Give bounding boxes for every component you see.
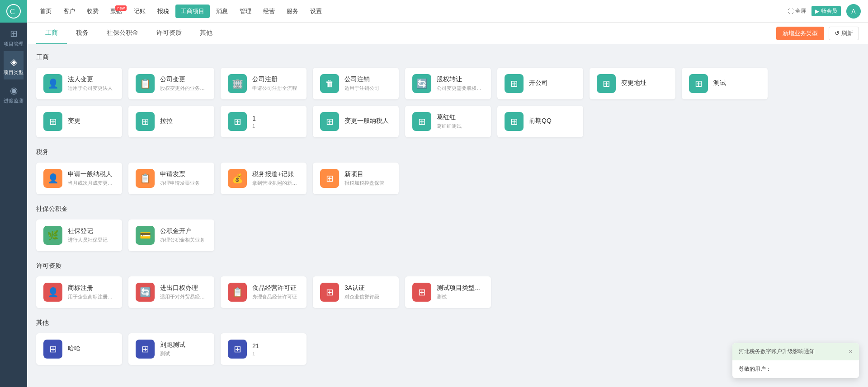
subtab-other[interactable]: 其他	[191, 23, 222, 44]
new-type-button[interactable]: 新增业务类型	[776, 27, 824, 40]
card-haha[interactable]: ⊞哈哈	[36, 333, 122, 365]
notif-close-button[interactable]: ×	[849, 348, 853, 356]
card-test-type-def[interactable]: ⊞测试项目类型目定义测试	[405, 276, 491, 308]
card-icon-tax-report-accounting: 💰	[228, 169, 247, 188]
nav-item-service[interactable]: 服务	[281, 5, 304, 18]
card-qianqi-qq[interactable]: ⊞前期QQ	[497, 106, 583, 137]
card-change-address[interactable]: ⊞变更地址	[590, 68, 675, 99]
card-title-social-register: 社保登记	[68, 227, 115, 235]
nav-item-settings[interactable]: 设置	[305, 5, 327, 18]
sidebar-label-project-type: 项目类型	[4, 69, 24, 76]
card-info-open-company: 开公司	[529, 79, 576, 89]
card-lala[interactable]: ⊞拉拉	[128, 106, 214, 137]
card-equity-transfer[interactable]: 🔄股权转让公司变更需要股权转让	[405, 68, 491, 99]
card-icon-company-register: 🏢	[228, 74, 247, 93]
card-tax-report-accounting[interactable]: 💰税务报道+记账拿到营业执照的新公司	[221, 163, 307, 194]
fullscreen-label: 全屏	[795, 7, 806, 15]
avatar[interactable]: A	[846, 4, 861, 19]
subtab-license[interactable]: 许可资质	[147, 23, 191, 44]
card-change-taxpayer[interactable]: ⊞变更一般纳税人	[313, 106, 399, 137]
card-title-open-company: 开公司	[529, 79, 576, 87]
nav-item-home[interactable]: 首页	[34, 5, 57, 18]
card-company-cancel[interactable]: 🗑公司注销适用于注销公司	[313, 68, 399, 99]
card-ge-hong-hong[interactable]: ⊞葛红红葛红红测试	[405, 106, 491, 137]
card-info-company-cancel: 公司注销适用于注销公司	[344, 75, 392, 92]
sidebar-item-project-mgmt[interactable]: ⊞项目管理	[4, 23, 24, 51]
fullscreen-icon: ⛶	[788, 8, 793, 14]
subtabs-right: 新增业务类型 ↺ 刷新	[776, 27, 859, 40]
nav-item-collection[interactable]: 收费	[81, 5, 104, 18]
vip-button[interactable]: ▶ 畅会员	[811, 6, 841, 16]
card-icon-haha: ⊞	[43, 340, 62, 359]
card-food-permit[interactable]: 📋食品经营许可证办理食品经营许可证	[221, 276, 307, 308]
card-num1[interactable]: ⊞11	[221, 106, 307, 137]
nav-item-operation[interactable]: 经营	[258, 5, 280, 18]
card-info-import-export: 进出口权办理适用于对外贸易经营者	[160, 284, 207, 300]
card-icon-new-project: ⊞	[320, 169, 339, 188]
card-title-trademark: 商标注册	[68, 284, 115, 292]
card-title-food-permit: 食品经营许可证	[252, 284, 299, 292]
nav-item-tax[interactable]: 报税	[152, 5, 175, 18]
refresh-button[interactable]: ↺ 刷新	[829, 27, 859, 40]
section-title-business-section: 工商	[36, 53, 859, 61]
card-fund-open[interactable]: 💳公积金开户办理公积金相关业务	[128, 219, 214, 251]
card-info-food-permit: 食品经营许可证办理食品经营许可证	[252, 284, 299, 300]
card-title-company-register: 公司注册	[252, 75, 299, 84]
card-test1[interactable]: ⊞测试	[682, 68, 768, 99]
card-icon-company-change: 📋	[136, 74, 155, 93]
card-icon-num21: ⊞	[228, 340, 247, 359]
card-info-num21: 211	[252, 342, 299, 356]
card-open-company[interactable]: ⊞开公司	[497, 68, 583, 99]
card-info-fund-open: 公积金开户办理公积金相关业务	[160, 227, 207, 243]
card-liupao-test[interactable]: ⊞刘跑测试测试	[128, 333, 214, 365]
subtab-social[interactable]: 社保公积金	[98, 23, 147, 44]
nav-item-customer[interactable]: 客户	[58, 5, 80, 18]
card-new-project[interactable]: ⊞新项目报税加税控盘保管	[313, 163, 399, 194]
sidebar-item-progress-monitor[interactable]: ◉进度监测	[4, 79, 24, 108]
card-apply-taxpayer[interactable]: 👤申请一般纳税人当月或次月成变更完成	[36, 163, 122, 194]
card-desc-import-export: 适用于对外贸易经营者	[160, 294, 207, 300]
section-title-other-section: 其他	[36, 319, 859, 327]
card-import-export[interactable]: 🔄进出口权办理适用于对外贸易经营者	[128, 276, 214, 308]
logo: C	[0, 0, 27, 23]
card-icon-social-register: 🌿	[43, 226, 62, 245]
sidebar-icon-project-mgmt: ⊞	[10, 28, 18, 39]
nav-item-business[interactable]: 工商项目	[175, 5, 210, 18]
card-trademark[interactable]: 👤商标注册用于企业商标注册服务	[36, 276, 122, 308]
card-info-new-project: 新项目报税加税控盘保管	[344, 170, 392, 187]
card-title-num1: 1	[252, 115, 299, 122]
card-info-company-register: 公司注册申请公司注册全流程	[252, 75, 299, 92]
card-title-lala: 拉拉	[160, 117, 207, 125]
card-info-apply-invoice: 申请发票办理申请发票业务	[160, 170, 207, 187]
card-title-change-taxpayer: 变更一般纳税人	[344, 117, 392, 125]
sidebar: C ⊞项目管理◈项目类型◉进度监测	[0, 0, 27, 387]
card-icon-fund-open: 💳	[136, 226, 155, 245]
card-legal-change[interactable]: 👤法人变更适用于公司变更法人	[36, 68, 122, 99]
card-company-register[interactable]: 🏢公司注册申请公司注册全流程	[221, 68, 307, 99]
content-area: 工商税务社保公积金许可资质其他 新增业务类型 ↺ 刷新 工商👤法人变更适用于公司…	[27, 23, 868, 387]
nav-item-invoice[interactable]: 票据new	[105, 5, 127, 18]
card-num21[interactable]: ⊞211	[221, 333, 307, 365]
card-title-test1: 测试	[713, 79, 760, 87]
card-desc-apply-taxpayer: 当月或次月成变更完成	[68, 180, 115, 187]
subtab-business[interactable]: 工商	[36, 23, 67, 44]
cards-grid-tax-section: 👤申请一般纳税人当月或次月成变更完成📋申请发票办理申请发票业务💰税务报道+记账拿…	[36, 163, 859, 194]
card-social-register[interactable]: 🌿社保登记进行人员社保登记	[36, 219, 122, 251]
sidebar-item-project-type[interactable]: ◈项目类型	[4, 51, 24, 79]
subtab-tax[interactable]: 税务	[67, 23, 98, 44]
nav-item-message[interactable]: 消息	[211, 5, 233, 18]
card-company-change[interactable]: 📋公司变更股权变更外的业务变更	[128, 68, 214, 99]
card-title-num21: 21	[252, 342, 299, 350]
card-info-change1: 变更	[68, 117, 115, 126]
fullscreen-button[interactable]: ⛶ 全屏	[788, 7, 806, 15]
nav-item-accounting[interactable]: 记账	[128, 5, 151, 18]
card-desc-num1: 1	[252, 123, 299, 129]
card-3a-cert[interactable]: ⊞3A认证对企业信誉评级	[313, 276, 399, 308]
card-icon-3a-cert: ⊞	[320, 283, 339, 302]
nav-item-manage[interactable]: 管理	[234, 5, 257, 18]
card-info-apply-taxpayer: 申请一般纳税人当月或次月成变更完成	[68, 170, 115, 187]
card-change1[interactable]: ⊞变更	[36, 106, 122, 137]
card-apply-invoice[interactable]: 📋申请发票办理申请发票业务	[128, 163, 214, 194]
card-info-num1: 11	[252, 115, 299, 129]
card-info-haha: 哈哈	[68, 345, 115, 354]
